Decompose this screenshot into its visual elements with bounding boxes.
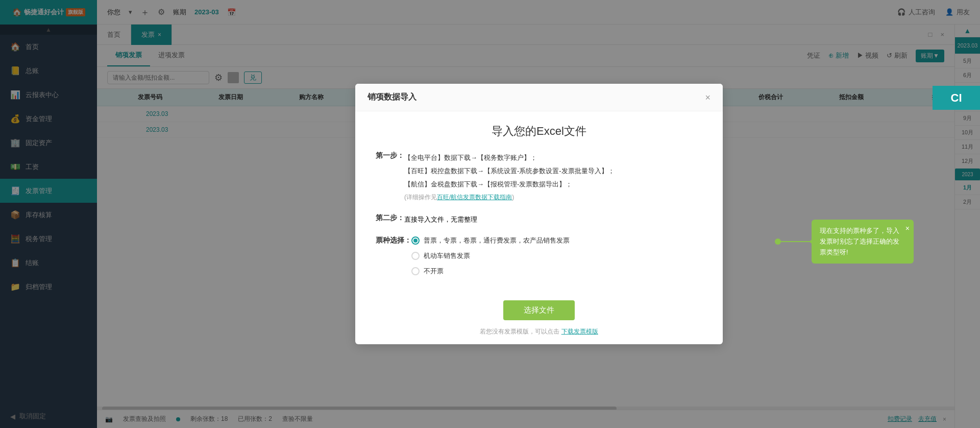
step1-line3: 【航信】金税盘数据下载→【报税管理-发票数据导出】； — [404, 178, 615, 191]
step2-text: 直接导入文件，无需整理 — [404, 215, 477, 224]
tooltip-bubble: × 现在支持的票种多了，导入发票时别忘了选择正确的发票类型呀! — [812, 220, 914, 264]
hint-text: 若您没有发票模版，可以点击 — [480, 328, 559, 335]
ticket-selection: 票种选择： 普票，专票，卷票，通行费发票，农产品销售发票 机动车销售发票 — [376, 236, 702, 282]
step1-content: 【全电平台】数据下载→【税务数字账户】； 【百旺】税控盘数据下载→【系统设置-系… — [404, 151, 615, 203]
ticket-option-3-label: 不开票 — [424, 267, 444, 276]
modal-title: 销项数据导入 — [368, 92, 416, 103]
modal-body: 导入您的Excel文件 第一步： 【全电平台】数据下载→【税务数字账户】； 【百… — [355, 111, 723, 300]
tooltip-dot — [775, 239, 781, 245]
ticket-label: 票种选择： — [376, 236, 411, 245]
radio-unchecked-icon-3 — [411, 267, 420, 275]
modal-hint: 若您没有发票模版，可以点击 下载发票模版 — [355, 327, 723, 336]
ticket-option-2[interactable]: 机动车销售发票 — [411, 251, 570, 260]
step2-label: 第二步： — [376, 213, 404, 223]
step1-line2: 【百旺】税控盘数据下载→【系统设置-系统参数设置-发票批量导入】； — [404, 164, 615, 178]
ticket-option-2-label: 机动车销售发票 — [424, 251, 470, 260]
radio-checked-icon — [411, 236, 420, 245]
download-template-link[interactable]: 下载发票模版 — [561, 328, 598, 335]
modal-header: 销项数据导入 × — [355, 84, 723, 111]
modal-main-title: 导入您的Excel文件 — [376, 124, 702, 139]
download-guide-link[interactable]: 百旺/航信发票数据下载指南 — [437, 194, 512, 201]
ci-badge[interactable]: CI — [933, 86, 980, 110]
modal-footer: 选择文件 若您没有发票模版，可以点击 下载发票模版 — [355, 300, 723, 344]
ticket-radio-group: 普票，专票，卷票，通行费发票，农产品销售发票 机动车销售发票 不开票 — [411, 236, 570, 282]
step1-detail: (详细操作见百旺/航信发票数据下载指南) — [404, 191, 615, 203]
step1: 第一步： 【全电平台】数据下载→【税务数字账户】； 【百旺】税控盘数据下载→【系… — [376, 151, 702, 203]
ticket-option-1-label: 普票，专票，卷票，通行费发票，农产品销售发票 — [424, 236, 570, 245]
tooltip-area: × 现在支持的票种多了，导入发票时别忘了选择正确的发票类型呀! — [775, 220, 914, 264]
ticket-option-3[interactable]: 不开票 — [411, 267, 570, 276]
step2: 第二步： 直接导入文件，无需整理 — [376, 213, 702, 226]
step1-label: 第一步： — [376, 151, 404, 160]
tooltip-text: 现在支持的票种多了，导入发票时别忘了选择正确的发票类型呀! — [820, 227, 899, 256]
ticket-option-1[interactable]: 普票，专票，卷票，通行费发票，农产品销售发票 — [411, 236, 570, 245]
modal-close-button[interactable]: × — [705, 93, 710, 102]
import-modal: 销项数据导入 × 导入您的Excel文件 第一步： 【全电平台】数据下载→【税务… — [355, 84, 723, 344]
step1-line1: 【全电平台】数据下载→【税务数字账户】； — [404, 151, 615, 164]
radio-unchecked-icon-2 — [411, 252, 420, 260]
select-file-button[interactable]: 选择文件 — [503, 300, 575, 320]
tooltip-close-button[interactable]: × — [905, 223, 910, 234]
